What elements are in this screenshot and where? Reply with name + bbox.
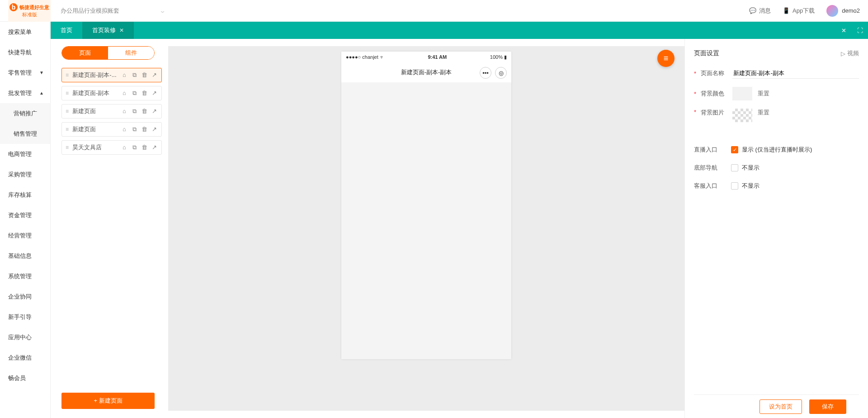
nav-item[interactable]: 营销推广 <box>0 103 50 124</box>
canvas-menu-fab[interactable]: ≡ <box>657 50 675 67</box>
page-row[interactable]: ≡新建页面⌂⧉🗑↗ <box>61 104 162 119</box>
service-entry-checkbox[interactable] <box>731 182 738 190</box>
nav-item[interactable]: 基础信息 <box>0 246 50 266</box>
nav-item[interactable]: 畅会员 <box>0 368 50 388</box>
drag-handle-icon[interactable]: ≡ <box>66 72 69 78</box>
set-home-label: 设为首页 <box>769 403 793 411</box>
user-menu[interactable]: demo2 <box>826 5 860 17</box>
delete-icon[interactable]: 🗑 <box>141 71 148 79</box>
page-row[interactable]: ≡新建页面⌂⧉🗑↗ <box>61 122 162 137</box>
account-selector[interactable]: 办公用品行业模拟账套 ⌄ <box>58 5 168 17</box>
home-icon[interactable]: ⌂ <box>121 108 128 115</box>
message-icon: 💬 <box>749 7 756 14</box>
messages-button[interactable]: 💬 消息 <box>749 7 771 15</box>
nav-item[interactable]: 批发管理▲ <box>0 83 50 103</box>
live-entry-text: 显示 (仅当进行直播时展示) <box>742 146 812 154</box>
nav-item[interactable]: 零售管理▼ <box>0 62 50 83</box>
segment-components[interactable]: 组件 <box>108 47 154 59</box>
nav-item[interactable]: 新手引导 <box>0 307 50 327</box>
nav-item[interactable]: 应用中心 <box>0 327 50 347</box>
segment-components-label: 组件 <box>125 49 137 57</box>
drag-handle-icon[interactable]: ≡ <box>66 90 69 96</box>
close-icon[interactable]: ✕ <box>119 27 124 33</box>
nav-item[interactable]: 销售管理 <box>0 124 50 144</box>
nav-item[interactable]: 采购管理 <box>0 164 50 185</box>
page-row-name: 新建页面 <box>72 107 121 115</box>
nav-item-label: 快捷导航 <box>8 48 32 57</box>
user-name: demo2 <box>842 7 860 14</box>
bg-color-reset[interactable]: 重置 <box>758 90 769 98</box>
settings-title: 页面设置 <box>694 49 841 57</box>
share-icon[interactable]: ↗ <box>151 108 158 115</box>
save-label: 保存 <box>822 403 834 411</box>
logo-mark-icon: b <box>9 3 18 11</box>
segment-pages[interactable]: 页面 <box>62 47 108 59</box>
phone-battery: 100% ▮ <box>490 54 507 60</box>
nav-item[interactable]: 系统管理 <box>0 266 50 286</box>
copy-icon[interactable]: ⧉ <box>131 126 138 133</box>
copy-icon[interactable]: ⧉ <box>131 144 138 151</box>
set-home-button[interactable]: 设为首页 <box>760 399 802 414</box>
phone-icon: 📱 <box>783 7 790 14</box>
copy-icon[interactable]: ⧉ <box>131 108 138 115</box>
home-icon[interactable]: ⌂ <box>121 126 128 133</box>
home-icon[interactable]: ⌂ <box>121 144 128 151</box>
messages-label: 消息 <box>759 7 771 15</box>
copy-icon[interactable]: ⧉ <box>131 90 138 97</box>
tab[interactable]: 首页装修✕ <box>82 22 134 39</box>
delete-icon[interactable]: 🗑 <box>141 90 148 97</box>
nav-item[interactable]: 电商管理 <box>0 144 50 164</box>
nav-item[interactable]: 搜索菜单 <box>0 22 50 42</box>
service-entry-label: 客服入口 <box>694 182 731 190</box>
caret-icon: ▲ <box>39 90 44 95</box>
nav-item[interactable]: 企业微信 <box>0 347 50 368</box>
delete-icon[interactable]: 🗑 <box>141 144 148 151</box>
new-page-button[interactable]: + 新建页面 <box>61 393 155 409</box>
save-button[interactable]: 保存 <box>809 399 846 414</box>
bg-image-swatch[interactable] <box>732 109 752 122</box>
miniapp-target-icon[interactable]: ◎ <box>495 67 507 79</box>
nav-item[interactable]: 快捷导航 <box>0 42 50 62</box>
share-icon[interactable]: ↗ <box>151 90 158 97</box>
page-row[interactable]: ≡昊天文具店⌂⧉🗑↗ <box>61 140 162 155</box>
bottom-nav-text: 不显示 <box>742 164 760 172</box>
caret-icon: ▼ <box>39 70 44 75</box>
bg-image-reset[interactable]: 重置 <box>758 109 769 117</box>
page-row-name: 新建页面-副本 <box>72 89 121 97</box>
nav-item[interactable]: 资金管理 <box>0 205 50 225</box>
tab[interactable]: 首页 <box>51 22 82 39</box>
nav-item-label: 库存核算 <box>8 191 32 199</box>
share-icon[interactable]: ↗ <box>151 126 158 133</box>
drag-handle-icon[interactable]: ≡ <box>66 144 69 151</box>
miniapp-more-icon[interactable]: ••• <box>480 67 491 79</box>
drag-handle-icon[interactable]: ≡ <box>66 108 69 114</box>
bottom-nav-checkbox[interactable] <box>731 164 738 171</box>
share-icon[interactable]: ↗ <box>151 71 158 79</box>
home-icon[interactable]: ⌂ <box>121 90 128 97</box>
bg-color-swatch[interactable] <box>732 87 752 100</box>
segment-pages-label: 页面 <box>79 49 91 57</box>
app-download-button[interactable]: 📱 App下载 <box>783 7 815 15</box>
logo: b 畅捷通好生意 标准版 <box>8 0 51 22</box>
share-icon[interactable]: ↗ <box>151 144 158 151</box>
nav-item-label: 电商管理 <box>8 150 32 158</box>
nav-item[interactable]: 经营管理 <box>0 225 50 246</box>
delete-icon[interactable]: 🗑 <box>141 126 148 133</box>
page-name-input[interactable] <box>732 68 859 79</box>
tab-close-button[interactable]: ✕ <box>835 22 852 39</box>
bottom-nav-label: 底部导航 <box>694 164 731 172</box>
video-help-link[interactable]: ▷ 视频 <box>841 49 859 57</box>
page-row-name: 新建页面 <box>72 125 121 133</box>
home-icon[interactable]: ⌂ <box>121 71 128 79</box>
nav-item[interactable]: 库存核算 <box>0 185 50 205</box>
tab-fullscreen-button[interactable]: ⛶ <box>852 22 868 39</box>
nav-item[interactable]: 企业协同 <box>0 286 50 307</box>
delete-icon[interactable]: 🗑 <box>141 108 148 115</box>
copy-icon[interactable]: ⧉ <box>131 71 138 79</box>
live-entry-checkbox[interactable]: ✓ <box>731 146 738 153</box>
page-row[interactable]: ≡新建页面-副本⌂⧉🗑↗ <box>61 86 162 100</box>
drag-handle-icon[interactable]: ≡ <box>66 126 69 133</box>
nav-item-label: 基础信息 <box>8 252 32 260</box>
page-row[interactable]: ≡新建页面-副本-...⌂⧉🗑↗ <box>61 68 162 82</box>
page-row-name: 新建页面-副本-... <box>72 71 121 79</box>
